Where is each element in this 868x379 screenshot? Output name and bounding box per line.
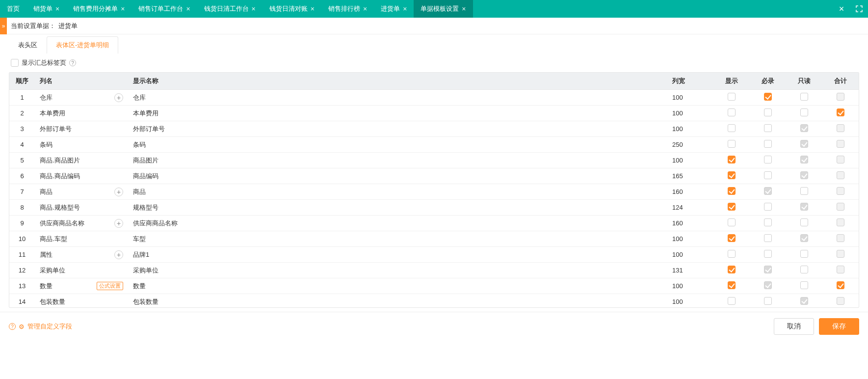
checkbox[interactable] [728, 203, 736, 211]
cell-width[interactable]: 165 [667, 168, 713, 184]
checkbox[interactable] [728, 218, 736, 226]
checkbox[interactable] [728, 140, 736, 148]
cell-width[interactable]: 100 [667, 121, 713, 137]
checkbox[interactable] [764, 171, 772, 179]
top-tab[interactable]: 销售费用分摊单× [66, 0, 132, 18]
tab-body-area[interactable]: 表体区-进货单明细 [47, 36, 118, 54]
close-icon[interactable]: × [252, 5, 256, 13]
cell-width[interactable]: 100 [667, 90, 713, 106]
top-tab[interactable]: 销货单× [26, 0, 66, 18]
close-icon[interactable]: × [55, 5, 59, 13]
cell-width[interactable]: 250 [667, 137, 713, 153]
table-row[interactable]: 7商品+商品160 [9, 184, 859, 200]
cell-display-name[interactable]: 采购单位 [128, 263, 667, 278]
cell-display-name[interactable]: 本单费用 [128, 106, 667, 121]
manage-custom-fields-link[interactable]: 管理自定义字段 [27, 322, 72, 331]
table-row[interactable]: 9供应商商品名称+供应商商品名称160 [9, 216, 859, 231]
checkbox[interactable] [764, 250, 772, 258]
cell-display-name[interactable]: 供应商商品名称 [128, 216, 667, 231]
cell-width[interactable]: 124 [667, 200, 713, 216]
cell-width[interactable]: 100 [667, 294, 713, 308]
close-icon[interactable]: × [403, 5, 407, 13]
checkbox[interactable] [728, 93, 736, 101]
top-tab[interactable]: 首页 [0, 0, 26, 18]
top-tab[interactable]: 单据模板设置× [414, 0, 473, 18]
table-row[interactable]: 5商品.商品图片商品图片100 [9, 153, 859, 168]
tab-header-area[interactable]: 表头区 [9, 36, 47, 54]
checkbox[interactable] [800, 93, 808, 101]
checkbox[interactable] [764, 108, 772, 116]
table-row[interactable]: 13数量公式设置数量100 [9, 278, 859, 294]
checkbox[interactable] [764, 156, 772, 163]
checkbox[interactable] [728, 234, 736, 242]
checkbox[interactable] [800, 281, 808, 289]
checkbox[interactable] [764, 218, 772, 226]
checkbox[interactable] [800, 108, 808, 116]
help-icon[interactable]: ? [69, 59, 76, 66]
cell-display-name[interactable]: 品牌1 [128, 247, 667, 263]
close-icon[interactable]: × [186, 5, 190, 13]
cell-width[interactable]: 100 [667, 153, 713, 168]
cell-display-name[interactable]: 商品图片 [128, 153, 667, 168]
checkbox[interactable] [764, 234, 772, 242]
cell-display-name[interactable]: 包装数量 [128, 294, 667, 308]
close-all-icon[interactable]: × [833, 0, 850, 18]
cell-width[interactable]: 131 [667, 263, 713, 278]
top-tab[interactable]: 钱货日清工作台× [197, 0, 263, 18]
checkbox[interactable] [764, 203, 772, 211]
close-icon[interactable]: × [121, 5, 125, 13]
checkbox[interactable] [764, 140, 772, 148]
checkbox[interactable] [837, 108, 844, 116]
top-tab[interactable]: 钱货日清对账× [263, 0, 321, 18]
add-icon[interactable]: + [114, 250, 123, 259]
close-icon[interactable]: × [462, 5, 466, 13]
checkbox[interactable] [764, 297, 772, 305]
table-row[interactable]: 3外部订单号外部订单号100 [9, 121, 859, 137]
top-tab[interactable]: 销售排行榜× [321, 0, 374, 18]
top-tab[interactable]: 销售订单工作台× [132, 0, 197, 18]
checkbox[interactable] [728, 108, 736, 116]
help-icon[interactable]: ? [9, 323, 16, 330]
checkbox[interactable] [728, 266, 736, 273]
checkbox[interactable] [728, 250, 736, 258]
checkbox[interactable] [800, 250, 808, 258]
cell-display-name[interactable]: 外部订单号 [128, 121, 667, 137]
cell-display-name[interactable]: 商品 [128, 184, 667, 200]
checkbox[interactable] [728, 156, 736, 163]
cell-display-name[interactable]: 条码 [128, 137, 667, 153]
cell-width[interactable]: 100 [667, 106, 713, 121]
checkbox[interactable] [800, 266, 808, 273]
cell-display-name[interactable]: 规格型号 [128, 200, 667, 216]
table-row[interactable]: 4条码条码250 [9, 137, 859, 153]
table-row[interactable]: 2本单费用本单费用100 [9, 106, 859, 121]
cell-width[interactable]: 160 [667, 184, 713, 200]
fullscreen-icon[interactable] [850, 0, 868, 18]
cell-display-name[interactable]: 商品编码 [128, 168, 667, 184]
checkbox[interactable] [800, 187, 808, 195]
checkbox[interactable] [837, 281, 844, 289]
table-row[interactable]: 8商品.规格型号规格型号124 [9, 200, 859, 216]
cell-display-name[interactable]: 数量 [128, 278, 667, 294]
cell-display-name[interactable]: 车型 [128, 231, 667, 247]
add-icon[interactable]: + [114, 188, 123, 196]
collapse-handle[interactable]: » [0, 18, 7, 34]
checkbox[interactable] [728, 281, 736, 289]
checkbox[interactable] [728, 187, 736, 195]
table-row[interactable]: 6商品.商品编码商品编码165 [9, 168, 859, 184]
cell-width[interactable]: 100 [667, 247, 713, 263]
checkbox[interactable] [764, 124, 772, 132]
checkbox[interactable] [728, 171, 736, 179]
cell-display-name[interactable]: 仓库 [128, 90, 667, 106]
checkbox[interactable] [728, 297, 736, 305]
summary-checkbox[interactable] [11, 59, 19, 67]
cancel-button[interactable]: 取消 [774, 318, 814, 335]
checkbox[interactable] [764, 93, 772, 101]
formula-setting-tag[interactable]: 公式设置 [97, 282, 123, 290]
checkbox[interactable] [800, 218, 808, 226]
top-tab[interactable]: 进货单× [374, 0, 414, 18]
cell-width[interactable]: 100 [667, 231, 713, 247]
save-button[interactable]: 保存 [819, 318, 859, 335]
add-icon[interactable]: + [114, 219, 123, 228]
close-icon[interactable]: × [363, 5, 367, 13]
table-row[interactable]: 1仓库+仓库100 [9, 90, 859, 106]
